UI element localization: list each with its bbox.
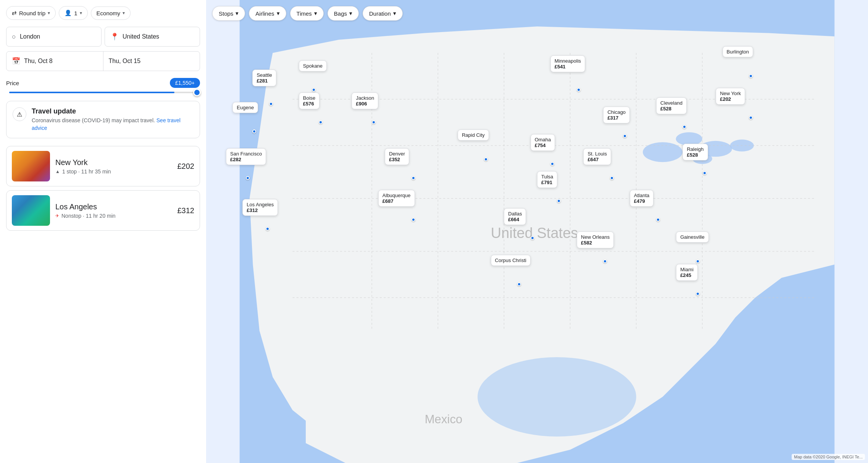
city-label-seattle[interactable]: Seattle £281	[252, 70, 276, 86]
date-to-field[interactable]: Thu, Oct 15	[103, 52, 200, 71]
origin-value: London	[20, 33, 40, 40]
city-dot-raleigh	[703, 171, 707, 175]
city-label-neworleans[interactable]: New Orleans £582	[577, 232, 614, 248]
result-stops-newyork: 1 stop · 11 hr 35 min	[62, 168, 111, 175]
filter-stops[interactable]: Stops ▾	[212, 6, 245, 21]
swap-icon: ⇄	[12, 10, 17, 16]
trip-type-label: Round trip	[19, 10, 45, 16]
svg-text:United States: United States	[491, 225, 578, 241]
city-label-losangeles[interactable]: Los Angeles £312	[242, 199, 278, 216]
city-dot-gainesville	[696, 259, 700, 263]
map-credit: Map data ©2020 Google, INEGI Te...	[792, 454, 865, 460]
update-body: Coronavirus disease (COVID-19) may impac…	[32, 117, 155, 123]
city-label-burlington[interactable]: Burlington	[723, 46, 753, 57]
city-dot-burlington	[749, 74, 753, 78]
result-price-losangeles: £312	[177, 206, 195, 215]
filter-stops-chevron: ▾	[236, 10, 239, 17]
city-dot-dallas	[531, 236, 534, 240]
city-label-miami[interactable]: Miami £245	[676, 264, 698, 281]
city-label-albuquerque[interactable]: Albuquerque £687	[378, 190, 415, 207]
city-label-rapidcity[interactable]: Rapid City	[458, 130, 489, 141]
person-icon: 👤	[65, 10, 72, 16]
svg-text:Mexico: Mexico	[425, 413, 463, 426]
trip-type-selector[interactable]: ⇄ Round trip ▾	[6, 6, 56, 20]
city-label-minneapolis[interactable]: Minneapolis £541	[550, 55, 585, 72]
city-dot-omaha	[550, 162, 554, 166]
passengers-label: 1	[74, 10, 77, 16]
city-label-jackson[interactable]: Jackson £906	[352, 92, 378, 109]
filter-bags-chevron: ▾	[349, 10, 352, 17]
city-label-newyork[interactable]: New York £202	[716, 88, 745, 105]
date-from-value: Thu, Oct 8	[24, 58, 53, 65]
destination-icon: 📍	[110, 32, 119, 41]
date-from-field[interactable]: 📅 Thu, Oct 8	[6, 52, 103, 71]
price-badge: £1,550+	[170, 78, 200, 88]
city-label-omaha[interactable]: Omaha £754	[531, 134, 555, 151]
city-dot-jackson	[372, 120, 376, 124]
price-label: Price	[6, 80, 19, 86]
result-card-newyork[interactable]: New York ▲ 1 stop · 11 hr 35 min £202	[6, 146, 200, 186]
city-dot-newyork	[749, 116, 753, 120]
city-dot-stlouis	[610, 176, 614, 180]
map-panel: United States Mexico Stops ▾ Airlines ▾ …	[206, 0, 868, 463]
filter-airlines-label: Airlines	[255, 10, 274, 17]
city-label-boise[interactable]: Boise £576	[299, 92, 320, 109]
destination-field[interactable]: 📍 United States	[105, 27, 200, 47]
result-stops-losangeles: Nonstop · 11 hr 20 min	[61, 213, 116, 219]
city-label-gainesville[interactable]: Gainesville	[676, 232, 709, 243]
city-label-atlanta[interactable]: Atlanta £479	[630, 190, 653, 207]
result-price-newyork: £202	[177, 162, 195, 171]
city-label-dallas[interactable]: Dallas £664	[504, 208, 526, 225]
city-dot-miami	[696, 292, 700, 296]
filter-times[interactable]: Times ▾	[290, 6, 324, 21]
cabin-chevron: ▾	[123, 10, 125, 16]
result-city-newyork: New York	[55, 158, 172, 167]
city-dot-sanfrancisco	[246, 176, 250, 180]
filter-airlines-chevron: ▾	[277, 10, 280, 17]
trip-type-chevron: ▾	[48, 10, 50, 16]
city-label-cleveland[interactable]: Cleveland £528	[656, 97, 687, 114]
city-dot-atlanta	[656, 218, 660, 222]
filter-duration-label: Duration	[369, 10, 391, 17]
result-info-losangeles: Los Angeles ✈ Nonstop · 11 hr 20 min	[55, 202, 172, 219]
left-panel: ⇄ Round trip ▾ 👤 1 ▾ Economy ▾ ○ London …	[0, 0, 206, 463]
city-label-raleigh[interactable]: Raleigh £528	[682, 144, 708, 160]
filter-bags[interactable]: Bags ▾	[328, 6, 359, 21]
result-card-losangeles[interactable]: Los Angeles ✈ Nonstop · 11 hr 20 min £31…	[6, 190, 200, 231]
filter-times-label: Times	[297, 10, 312, 17]
origin-field[interactable]: ○ London	[6, 27, 102, 47]
price-slider[interactable]	[9, 92, 197, 93]
result-details-losangeles: ✈ Nonstop · 11 hr 20 min	[55, 213, 172, 219]
map-filters: Stops ▾ Airlines ▾ Times ▾ Bags ▾ Durati…	[212, 6, 403, 21]
date-fields: 📅 Thu, Oct 8 Thu, Oct 15	[6, 51, 200, 71]
search-fields: ○ London 📍 United States	[6, 27, 200, 47]
travel-update-card: ⚠ Travel update Coronavirus disease (COV…	[6, 101, 200, 138]
filter-stops-label: Stops	[219, 10, 233, 17]
city-label-chicago[interactable]: Chicago £317	[603, 107, 630, 123]
city-label-stlouis[interactable]: St. Louis £647	[583, 148, 611, 165]
filter-duration[interactable]: Duration ▾	[363, 6, 403, 21]
city-label-tulsa[interactable]: Tulsa £791	[537, 171, 557, 188]
city-label-corpuschristi[interactable]: Corpus Christi	[491, 255, 531, 266]
result-img-losangeles	[12, 195, 50, 226]
city-label-denver[interactable]: Denver £352	[385, 148, 409, 165]
filter-airlines[interactable]: Airlines ▾	[249, 6, 286, 21]
result-details-newyork: ▲ 1 stop · 11 hr 35 min	[55, 168, 172, 175]
cabin-selector[interactable]: Economy ▾	[91, 6, 131, 20]
destination-value: United States	[123, 33, 159, 40]
results-list: New York ▲ 1 stop · 11 hr 35 min £202 Lo…	[6, 146, 200, 235]
result-img-newyork	[12, 151, 50, 181]
city-label-sanfrancisco[interactable]: San Francisco £282	[226, 148, 266, 165]
price-section: Price £1,550+	[6, 78, 200, 93]
city-dot-seattle	[269, 102, 273, 106]
passengers-selector[interactable]: 👤 1 ▾	[59, 6, 87, 20]
city-label-eugene[interactable]: Eugene	[232, 102, 258, 113]
filter-bags-label: Bags	[334, 10, 347, 17]
city-dot-albuquerque	[411, 218, 415, 222]
slider-thumb[interactable]	[193, 89, 201, 96]
city-dot-denver	[411, 176, 415, 180]
price-header: Price £1,550+	[6, 78, 200, 88]
alert-icon: ⚠	[13, 107, 26, 121]
city-label-spokane[interactable]: Spokane	[299, 60, 327, 71]
update-title: Travel update	[32, 107, 194, 115]
